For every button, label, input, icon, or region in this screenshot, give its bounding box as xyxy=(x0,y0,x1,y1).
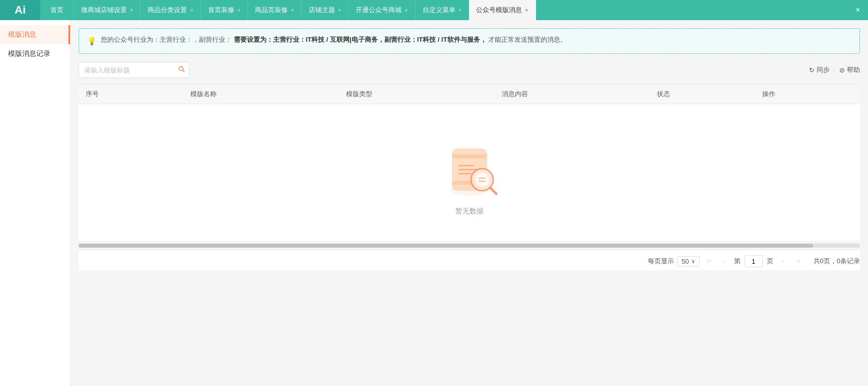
data-table: 序号模版名称模版类型消息内容状态操作 xyxy=(79,84,860,242)
page-size-dropdown[interactable]: 50 ∨ xyxy=(677,256,699,267)
search-input-wrap xyxy=(79,62,189,78)
tab-close-icon[interactable]: × xyxy=(458,7,461,13)
col-header-序号: 序号 xyxy=(79,85,183,104)
sidebar: 模版消息模版消息记录 xyxy=(0,20,71,386)
tab-close-icon[interactable]: × xyxy=(405,7,408,13)
search-button[interactable] xyxy=(178,65,185,74)
sync-icon: ↻ xyxy=(809,66,815,74)
next-page-button[interactable]: › xyxy=(777,255,789,267)
page-size-select: 每页显示 50 ∨ xyxy=(648,256,699,267)
table-container: 序号模版名称模版类型消息内容状态操作 xyxy=(79,84,860,250)
nav-tab-首页[interactable]: 首页 xyxy=(40,0,74,20)
col-header-消息内容: 消息内容 xyxy=(495,85,650,104)
nav-tab-自定义菜单[interactable]: 自定义菜单× xyxy=(416,0,469,20)
page-number-input[interactable] xyxy=(745,255,763,267)
nav-tab-微商城店铺设置[interactable]: 微商城店铺设置× xyxy=(74,0,141,20)
notice-text: 您的公众号行业为：主营行业：，副营行业： 需要设置为：主营行业：IT科技 / 互… xyxy=(101,35,567,45)
col-header-操作: 操作 xyxy=(755,85,860,104)
nav-tab-商品页装修[interactable]: 商品页装修× xyxy=(248,0,301,20)
table-header-row: 序号模版名称模版类型消息内容状态操作 xyxy=(79,85,860,104)
tab-close-icon[interactable]: × xyxy=(190,7,193,13)
tab-close-icon[interactable]: × xyxy=(338,7,341,13)
scroll-thumb[interactable] xyxy=(79,244,813,248)
page-size-label: 每页显示 xyxy=(648,257,674,266)
col-header-模版名称: 模版名称 xyxy=(183,85,339,104)
page-prefix-label: 第 xyxy=(734,257,741,266)
help-icon: ⊘ xyxy=(839,66,845,74)
empty-state: 暂无数据 xyxy=(86,109,853,236)
top-nav: Ai 首页微商城店铺设置×商品分类设置×首页装修×商品页装修×店铺主题×开通公众… xyxy=(0,0,868,20)
content-area: 💡 您的公众号行业为：主营行业：，副营行业： 需要设置为：主营行业：IT科技 /… xyxy=(71,20,868,386)
help-button[interactable]: ⊘ 帮助 xyxy=(839,65,860,74)
col-header-模版类型: 模版类型 xyxy=(339,85,495,104)
svg-point-7 xyxy=(475,173,489,187)
total-info: 共0页，0条记录 xyxy=(814,257,860,266)
toolbar-right: ↻ 同步 | ⊘ 帮助 xyxy=(809,65,860,74)
first-page-button[interactable]: ⊢ xyxy=(704,255,716,267)
col-header-状态: 状态 xyxy=(650,85,755,104)
app-logo: Ai xyxy=(0,0,40,20)
nav-tab-公众号模版消息[interactable]: 公众号模版消息× xyxy=(469,0,536,20)
horizontal-scrollbar[interactable] xyxy=(79,244,860,248)
nav-tabs: 首页微商城店铺设置×商品分类设置×首页装修×商品页装修×店铺主题×开通公众号商城… xyxy=(40,0,848,20)
tab-close-icon[interactable]: × xyxy=(237,7,240,13)
chevron-down-icon: ∨ xyxy=(691,258,695,265)
nav-tab-店铺主题[interactable]: 店铺主题× xyxy=(302,0,349,20)
search-bar: ↻ 同步 | ⊘ 帮助 xyxy=(79,62,860,78)
last-page-button[interactable]: ⊣ xyxy=(791,255,804,267)
tab-close-icon[interactable]: × xyxy=(291,7,294,13)
notice-box: 💡 您的公众号行业为：主营行业：，副营行业： 需要设置为：主营行业：IT科技 /… xyxy=(79,28,860,54)
tab-close-icon[interactable]: × xyxy=(130,7,133,13)
tab-close-icon[interactable]: × xyxy=(525,7,528,13)
notice-icon: 💡 xyxy=(87,35,97,47)
svg-line-8 xyxy=(490,188,496,194)
prev-page-button[interactable]: ‹ xyxy=(718,255,730,267)
toolbar-divider: | xyxy=(834,66,835,74)
table-empty-row: 暂无数据 xyxy=(79,104,860,242)
svg-line-1 xyxy=(182,70,184,71)
page-size-value: 50 xyxy=(682,258,689,265)
sync-button[interactable]: ↻ 同步 xyxy=(809,65,830,74)
nav-tab-商品分类设置[interactable]: 商品分类设置× xyxy=(141,0,201,20)
empty-illustration xyxy=(437,139,502,205)
empty-text: 暂无数据 xyxy=(455,207,484,216)
sidebar-item-模版消息记录[interactable]: 模版消息记录 xyxy=(0,44,70,63)
pagination-bar: 每页显示 50 ∨ ⊢ ‹ 第 页 › ⊣ 共0页，0条记录 xyxy=(79,250,860,270)
sidebar-item-模版消息[interactable]: 模版消息 xyxy=(0,25,70,44)
pagination-controls: ⊢ ‹ 第 页 › ⊣ xyxy=(704,255,804,267)
nav-tab-首页装修[interactable]: 首页装修× xyxy=(201,0,248,20)
global-close-button[interactable]: × xyxy=(848,0,868,20)
page-unit-label: 页 xyxy=(767,257,773,266)
nav-tab-开通公众号商城[interactable]: 开通公众号商城× xyxy=(349,0,415,20)
search-input[interactable] xyxy=(79,62,189,78)
main-layout: 模版消息模版消息记录 💡 您的公众号行业为：主营行业：，副营行业： 需要设置为：… xyxy=(0,20,868,386)
